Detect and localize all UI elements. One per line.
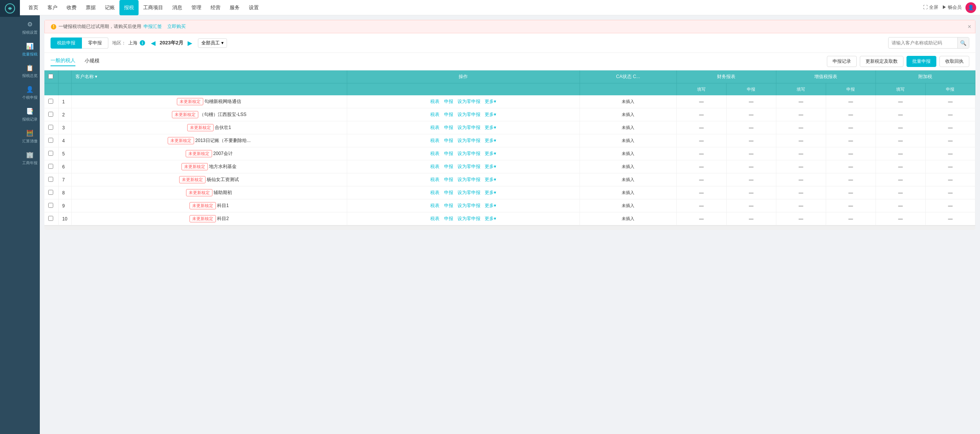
op-declare[interactable]: 申报 [444,151,453,156]
row-checkbox-9[interactable] [48,216,53,221]
nav-service[interactable]: 服务 [225,0,244,15]
nav-message[interactable]: 消息 [168,0,187,15]
op-declare[interactable]: 申报 [444,203,453,208]
collect-btn[interactable]: 收取回执 [939,56,969,67]
alert-link-buy[interactable]: 立即购买 [167,23,186,30]
op-zero-declare[interactable]: 设为零申报 [457,151,480,156]
row-checkbox-0[interactable] [48,99,53,104]
nav-business[interactable]: 工商项目 [139,0,168,15]
row-checkbox-8[interactable] [48,203,53,208]
row-no: 5 [58,147,71,160]
search-input[interactable] [889,39,957,47]
op-more[interactable]: 更多▾ [485,190,496,195]
member-btn[interactable]: ▶ 畅会员 [942,4,962,11]
alert-close-btn[interactable]: × [968,23,971,30]
op-declare[interactable]: 申报 [444,112,453,117]
nav-manage[interactable]: 管理 [187,0,206,15]
row-checkbox-4[interactable] [48,151,53,156]
op-tax-table[interactable]: 税表 [430,164,439,169]
op-zero-declare[interactable]: 设为零申报 [457,112,480,117]
op-tax-table[interactable]: 税表 [430,177,439,182]
op-tax-table[interactable]: 税表 [430,99,439,104]
sub-nav-tax-overview[interactable]: 📋 报税总览 [20,60,40,82]
row-checkbox-cell [44,173,58,186]
nav-customer[interactable]: 客户 [43,0,62,15]
op-declare[interactable]: 申报 [444,138,453,143]
row-vat-fill: — [776,212,826,225]
update-btn[interactable]: 更新税定及取数 [860,56,903,67]
op-declare[interactable]: 申报 [444,99,453,104]
row-checkbox-7[interactable] [48,190,53,195]
op-tax-table[interactable]: 税表 [430,125,439,130]
op-tax-table[interactable]: 税表 [430,203,439,208]
customer-sort-icon: ▾ [95,74,97,79]
row-checkbox-6[interactable] [48,177,53,182]
op-more[interactable]: 更多▾ [485,216,496,221]
op-declare[interactable]: 申报 [444,164,453,169]
op-more[interactable]: 更多▾ [485,164,496,169]
sub-nav-tax-record[interactable]: 📑 报税记录 [20,104,40,126]
op-zero-declare[interactable]: 设为零申报 [457,138,480,143]
op-more[interactable]: 更多▾ [485,112,496,117]
location-area: 地区： 上海 i [112,40,145,46]
date-next-btn[interactable]: ▶ [186,39,194,47]
row-fin-dec: — [726,147,776,160]
op-zero-declare[interactable]: 设为零申报 [457,203,480,208]
op-more[interactable]: 更多▾ [485,125,496,130]
nav-tax[interactable]: 报税 [119,0,139,15]
nav-invoice[interactable]: 票据 [81,0,100,15]
bottom-scroll[interactable] [44,225,975,230]
nav-operation[interactable]: 经营 [206,0,225,15]
tab-zero-declare[interactable]: 零申报 [82,38,108,49]
status-tag: 未更新核定 [172,111,198,118]
tax-tab-small[interactable]: 小规模 [85,57,100,66]
record-btn[interactable]: 申报记录 [827,56,857,67]
op-tax-table[interactable]: 税表 [430,112,439,117]
batch-declare-btn[interactable]: 批量申报 [906,56,936,67]
row-ops: 税表 申报 设为零申报 更多▾ [347,95,580,108]
op-declare[interactable]: 申报 [444,216,453,221]
op-declare[interactable]: 申报 [444,177,453,182]
op-more[interactable]: 更多▾ [485,99,496,104]
row-checkbox-1[interactable] [48,112,53,117]
sub-nav-annual-report[interactable]: 🏢 工商年报 [20,147,40,169]
row-ca: 未插入 [580,121,676,134]
select-all-checkbox[interactable] [48,74,53,79]
search-button[interactable]: 🔍 [957,38,969,48]
alert-link-record[interactable]: 申报汇签 [144,23,162,30]
op-tax-table[interactable]: 税表 [430,190,439,195]
nav-home[interactable]: 首页 [24,0,43,15]
op-zero-declare[interactable]: 设为零申报 [457,125,480,130]
sub-nav-annual-settle[interactable]: 🧮 汇算清缴 [20,126,40,147]
sub-nav-batch-tax[interactable]: 📊 批量报税 [20,39,40,60]
fullscreen-btn[interactable]: ⛶ 全屏 [923,4,938,11]
op-zero-declare[interactable]: 设为零申报 [457,177,480,182]
op-zero-declare[interactable]: 设为零申报 [457,190,480,195]
op-zero-declare[interactable]: 设为零申报 [457,216,480,221]
nav-settings[interactable]: 设置 [244,0,263,15]
user-avatar[interactable]: 👤 [965,2,976,13]
op-more[interactable]: 更多▾ [485,203,496,208]
op-tax-table[interactable]: 税表 [430,138,439,143]
tax-tab-general[interactable]: 一般的税人 [51,57,75,66]
op-zero-declare[interactable]: 设为零申报 [457,164,480,169]
op-tax-table[interactable]: 税表 [430,151,439,156]
row-ca: 未插入 [580,186,676,199]
date-prev-btn[interactable]: ◀ [149,39,157,47]
op-more[interactable]: 更多▾ [485,138,496,143]
sub-nav-personal-tax[interactable]: 👤 个税申报 [20,82,40,104]
op-declare[interactable]: 申报 [444,125,453,130]
sub-nav-tax-settings[interactable]: ⚙ 报税设置 [20,17,40,39]
tab-tax-declare[interactable]: 税款申报 [51,38,82,49]
op-more[interactable]: 更多▾ [485,151,496,156]
row-checkbox-2[interactable] [48,125,53,130]
nav-billing[interactable]: 收费 [62,0,81,15]
op-tax-table[interactable]: 税表 [430,216,439,221]
row-checkbox-3[interactable] [48,138,53,143]
row-checkbox-5[interactable] [48,164,53,169]
employee-filter[interactable]: 全部员工 ▾ [198,38,227,48]
nav-accounting[interactable]: 记账 [100,0,119,15]
op-declare[interactable]: 申报 [444,190,453,195]
op-more[interactable]: 更多▾ [485,177,496,182]
op-zero-declare[interactable]: 设为零申报 [457,99,480,104]
